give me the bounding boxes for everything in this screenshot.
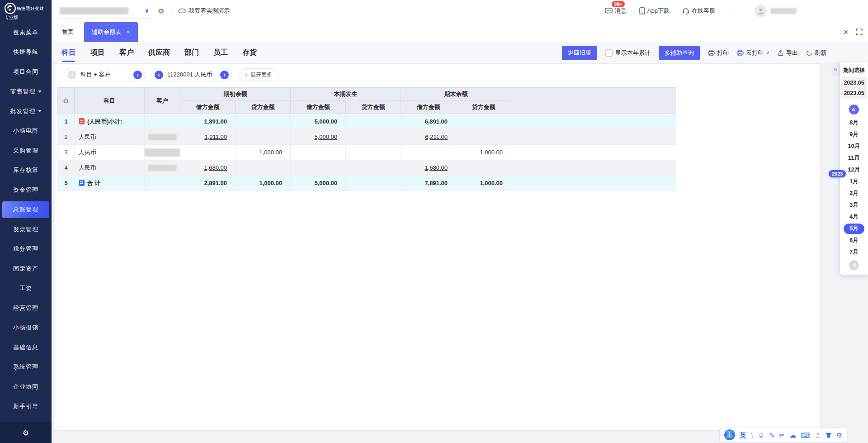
sidebar-item-17[interactable]: 基础信息 — [0, 338, 52, 357]
sidebar-item-9[interactable]: 资金管理 — [0, 180, 52, 200]
account-filter-pill[interactable]: ‹ 11220001 人民币 › — [151, 68, 232, 81]
month-item[interactable]: 11月 — [844, 152, 864, 164]
subtab-6[interactable]: 员工 — [213, 47, 228, 58]
amount-link[interactable]: 1,680.00 — [204, 164, 227, 171]
revert-old-version-button[interactable]: 退回旧版 — [562, 46, 597, 60]
sidebar-item-20[interactable]: 新手引导 — [0, 397, 52, 417]
subtab-7[interactable]: 存货 — [242, 47, 257, 58]
scroll-months-down-button[interactable]: « — [849, 260, 859, 270]
month-item[interactable]: 3月 — [844, 199, 864, 211]
amount-link[interactable]: 6,211.00 — [425, 133, 448, 140]
online-service-button[interactable]: 在线客服 — [682, 7, 715, 15]
checkbox-box[interactable] — [605, 49, 613, 57]
filler-cell — [511, 129, 676, 145]
skin-shirt-icon[interactable] — [826, 432, 832, 438]
ime-toolbar: 王 英 ’, ☺ ✎ ✂ ☁ ⌨ ⚙ — [719, 428, 847, 442]
credit-subheader: 贷方金额 — [346, 100, 401, 114]
ime-punctuation-toggle[interactable]: ’, — [751, 432, 753, 438]
demo-link[interactable]: 我要看实例演示 — [178, 7, 230, 15]
sidebar-item-19[interactable]: 企业协同 — [0, 377, 52, 397]
row-number: 4 — [58, 160, 75, 176]
expand-more-button[interactable]: ∨ 展开更多 — [238, 68, 278, 81]
table-settings-gear-icon[interactable]: ⚙ — [63, 97, 69, 105]
topbar: ∨ ⚙ 我要看实例演示 消息 99+ App下载 — [52, 0, 868, 22]
sidebar-item-15[interactable]: 经营管理 — [0, 298, 52, 318]
sidebar-item-13[interactable]: 固定资产 — [0, 259, 52, 279]
amount-link[interactable]: 1,211.00 — [204, 133, 227, 140]
month-item[interactable]: 4月 — [844, 211, 864, 223]
ime-language-toggle[interactable]: 英 — [740, 432, 746, 438]
sidebar-item-12[interactable]: 税务管理 — [0, 239, 52, 259]
amount-cell: 1,680.00 — [401, 160, 456, 176]
panel-collapse-button[interactable]: » — [831, 62, 840, 76]
next-chevron-icon[interactable]: › — [220, 71, 229, 79]
sidebar-item-4[interactable]: 零售管理 — [0, 82, 52, 102]
sidebar-item-label: 企业协同 — [13, 383, 38, 391]
virtual-keyboard-icon[interactable]: ⌨ — [801, 432, 811, 438]
sidebar-item-1[interactable]: 搜索菜单 — [0, 23, 52, 43]
next-chevron-icon[interactable]: › — [133, 71, 142, 79]
tab-close-icon[interactable]: × — [127, 29, 130, 35]
sidebar-item-18[interactable]: 系统管理 — [0, 357, 52, 377]
screenshot-scissors-icon[interactable]: ✂ — [779, 432, 785, 438]
period-range-selector[interactable]: 2023.05 2023.05 — [841, 77, 867, 99]
tab-aux-balance[interactable]: 辅助余额表 × — [84, 22, 138, 42]
month-item[interactable]: 9月 — [844, 129, 864, 140]
subtab-1[interactable]: 科目 — [61, 47, 76, 58]
month-item-selected[interactable]: 5月 — [844, 224, 864, 234]
month-item[interactable]: 1月 — [844, 176, 864, 187]
month-item[interactable]: 8月 — [844, 117, 864, 129]
refresh-button[interactable]: 刷新 — [806, 49, 826, 57]
sidebar-item-3[interactable]: 项目合同 — [0, 62, 52, 82]
month-item[interactable]: 10月 — [844, 140, 864, 152]
close-page-icon[interactable]: × — [843, 28, 848, 36]
sidebar-item-7[interactable]: 采购管理 — [0, 141, 52, 161]
org-selector[interactable]: ∨ — [58, 3, 151, 19]
amount-link[interactable]: 5,000.00 — [314, 133, 337, 140]
tab-home[interactable]: 首页 — [52, 28, 84, 36]
app-download-button[interactable]: App下载 — [639, 7, 670, 15]
messages-button[interactable]: 消息 99+ — [605, 7, 627, 15]
subtab-4[interactable]: 供应商 — [148, 47, 170, 58]
month-item[interactable]: 7月 — [844, 246, 864, 258]
sidebar-item-16[interactable]: 小畅报销 — [0, 318, 52, 338]
sidebar-item-6[interactable]: 小畅电商 — [0, 121, 52, 141]
account-person-icon[interactable] — [815, 432, 821, 438]
scroll-months-up-button[interactable]: « — [849, 105, 859, 114]
dimension-filter-pill[interactable]: ‹ 科目 + 客户 › — [65, 68, 145, 81]
user-menu[interactable] — [755, 5, 797, 17]
month-item[interactable]: 2月 — [844, 187, 864, 199]
ime-settings-gear-icon[interactable]: ⚙ — [836, 432, 842, 438]
fullscreen-icon[interactable] — [856, 29, 863, 35]
sidebar-item-8[interactable]: 库存核算 — [0, 161, 52, 181]
amount-link[interactable]: 1,000.00 — [480, 149, 503, 156]
month-item[interactable]: 12月 — [844, 164, 864, 176]
show-ytd-checkbox[interactable]: 显示本年累计 — [605, 49, 651, 57]
cloud-sync-icon[interactable]: ☁ — [789, 432, 796, 438]
sidebar-item-14[interactable]: 工资 — [0, 279, 52, 299]
sidebar-item-11[interactable]: 发票管理 — [0, 219, 52, 239]
export-button[interactable]: 导出 — [778, 49, 798, 57]
print-button[interactable]: 打印 — [708, 49, 729, 57]
subtab-2[interactable]: 项目 — [90, 47, 105, 58]
sidebar-item-10[interactable]: 总账管理 — [2, 201, 49, 219]
sidebar-item-2[interactable]: 快捷导航 — [0, 43, 52, 62]
subtab-3[interactable]: 客户 — [119, 47, 134, 58]
handwriting-pen-icon[interactable]: ✎ — [769, 432, 775, 438]
ime-logo-icon[interactable]: 王 — [724, 429, 735, 440]
sidebar-settings-gear-icon[interactable]: ⚙ — [0, 422, 52, 443]
settings-gear-icon[interactable]: ⚙ — [158, 7, 164, 15]
sidebar: 畅捷通好业财 专业版 搜索菜单快捷导航项目合同零售管理批发管理小畅电商采购管理库… — [0, 0, 52, 443]
month-item[interactable]: 6月 — [844, 234, 864, 246]
sidebar-item-5[interactable]: 批发管理 — [0, 101, 52, 121]
account-filter-value: 11220001 人民币 — [167, 71, 216, 79]
cloud-print-button[interactable]: 云打印 ∨ — [737, 49, 769, 57]
emoji-icon[interactable]: ☺ — [757, 432, 764, 438]
subtab-5[interactable]: 部门 — [184, 47, 199, 58]
multi-aux-query-button[interactable]: 多辅助查询 — [659, 46, 700, 60]
amount-link[interactable]: 1,680.00 — [425, 164, 448, 171]
amount-link[interactable]: 1,000.00 — [259, 149, 282, 156]
prev-chevron-icon[interactable]: ‹ — [68, 71, 76, 79]
sidebar-item-label: 总账管理 — [13, 205, 38, 214]
prev-chevron-icon[interactable]: ‹ — [155, 71, 163, 79]
